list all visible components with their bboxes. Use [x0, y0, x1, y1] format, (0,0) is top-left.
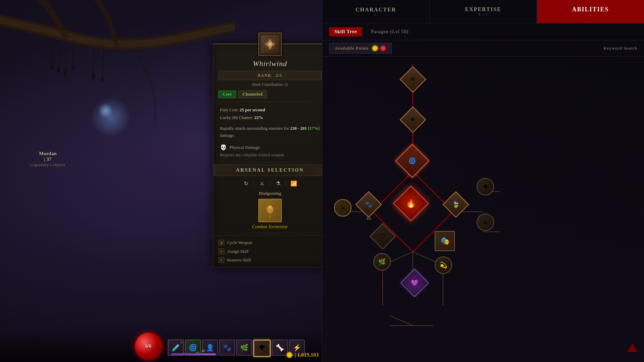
- nav-abilities-shortcut: A: [572, 13, 609, 17]
- nav-abilities[interactable]: ABILITIES A: [537, 0, 644, 23]
- sub-nav-paragon[interactable]: Paragon (Lvl 50): [366, 27, 414, 37]
- hotbar-slot-5[interactable]: 🦴: [272, 340, 288, 356]
- nav-character-shortcut: C: [356, 13, 396, 17]
- player-name: Mordan: [30, 151, 65, 157]
- slot5-icon: 🦴: [276, 344, 284, 352]
- node-frame-1: 👁: [399, 66, 426, 93]
- gold-coin-icon: [286, 352, 292, 358]
- weapon-name: Combat Tormentor: [213, 224, 327, 230]
- slot6-icon: ⚡: [293, 344, 301, 352]
- damage-type: Physical Damage: [229, 145, 260, 150]
- rank-label: RANK: [258, 73, 271, 78]
- action-remove-skill[interactable]: × Remove Skill: [218, 256, 322, 264]
- slot1-icon: 🌀: [189, 344, 197, 352]
- resource-bar-fill: [171, 353, 216, 355]
- skill-node-bear[interactable]: 🐾 3/3: [359, 195, 378, 214]
- right-panel: CHARACTER C EXPERTISE ⇧ + C ABILITIES A …: [322, 0, 644, 362]
- arsenal-icon-cycle[interactable]: ↻: [241, 179, 251, 188]
- node-frame-2: 👁: [399, 106, 426, 133]
- nav-character-label: CHARACTER: [356, 7, 396, 13]
- skill-node-bottom-purple[interactable]: 💜: [405, 273, 425, 293]
- rank-bar: RANK 2/5: [218, 71, 322, 80]
- tag-channeled: Channeled: [238, 90, 267, 98]
- player-level: | 37: [30, 157, 65, 162]
- svg-point-13: [269, 43, 271, 46]
- rank-current: 2: [276, 73, 278, 78]
- red-point: [380, 45, 386, 51]
- bottom-triangle-svg: [627, 344, 637, 352]
- skill-description: Rapidly attack surrounding enemies for 2…: [213, 124, 327, 142]
- weapon-card-icon: [262, 202, 278, 219]
- skill-tree-controls: Available Points Keyword Search: [322, 40, 644, 57]
- remove-skill-label: Remove Skill: [227, 257, 251, 263]
- skill-node-leaf[interactable]: 🍃: [446, 195, 465, 214]
- svg-point-19: [269, 206, 271, 207]
- node-inner-bottom-left: 🌿: [378, 258, 386, 265]
- weapon-type: Bludgeoning: [213, 191, 327, 196]
- skill-node-2[interactable]: 👁: [404, 110, 422, 129]
- player-class: Legendary Conjurer: [30, 162, 65, 168]
- hotbar-slot-active[interactable]: 🌪: [253, 340, 271, 357]
- skull-icon: 💀: [220, 144, 227, 150]
- bottom-indicator: [627, 344, 637, 353]
- remove-skill-icon: ×: [218, 257, 224, 263]
- health-orb: 6/6: [134, 332, 163, 360]
- node-inner-leaf: 🍃: [452, 201, 460, 208]
- physical-damage-section: 💀 Physical Damage: [213, 142, 327, 153]
- action-assign-skill[interactable]: + Assign Skill: [218, 247, 322, 256]
- node-inner-whirlwind: 🌀: [409, 157, 416, 165]
- character-info: Mordan | 37 Legendary Conjurer: [30, 151, 65, 168]
- skill-node-flame[interactable]: 🔥: [398, 191, 424, 216]
- slot2-icon: 👤: [206, 344, 214, 352]
- svg-rect-14: [269, 214, 271, 219]
- nav-expertise[interactable]: EXPERTISE ⇧ + C: [430, 0, 537, 23]
- nav-expertise-shortcut: ⇧ + C: [465, 12, 501, 17]
- skill-icon: [258, 33, 282, 56]
- arsenal-icon-signal[interactable]: 📶: [289, 179, 299, 188]
- hotbar-slot-4[interactable]: 🌿: [236, 340, 252, 356]
- svg-point-3: [57, 67, 60, 73]
- lucky-hit-value: 22%: [254, 115, 263, 120]
- divider-2: [218, 162, 322, 163]
- fury-cost-value: 25 per second: [240, 107, 265, 112]
- flask-count: 0: [181, 341, 182, 344]
- health-value: 6/6: [146, 344, 152, 349]
- nav-abilities-label: ABILITIES: [572, 6, 609, 13]
- top-nav: CHARACTER C EXPERTISE ⇧ + C ABILITIES A: [322, 0, 644, 23]
- arsenal-icon-sword[interactable]: ⚔: [257, 179, 267, 188]
- flask-icon: 🧪: [172, 344, 180, 352]
- node-circle-bottom-right: 💫: [435, 256, 452, 274]
- available-points-box: Available Points: [329, 43, 392, 54]
- weapon-card[interactable]: [258, 199, 282, 222]
- tooltip-actions: ⚔ Cycle Weapon + Assign Skill × Remove S…: [213, 235, 327, 267]
- node-count-bear: 3/3: [366, 217, 371, 221]
- skill-node-lower-left[interactable]: 🛡: [373, 227, 392, 246]
- skill-node-far-right-bot[interactable]: ☠: [477, 214, 494, 231]
- svg-line-0: [52, 44, 54, 64]
- skill-node-whirlwind[interactable]: 🌀: [400, 149, 424, 173]
- divider-3: [218, 233, 322, 233]
- svg-point-1: [50, 63, 54, 70]
- keyword-search[interactable]: Keyword Search: [603, 46, 637, 51]
- gold-amount: | 1,019,103: [294, 352, 319, 358]
- svg-line-6: [72, 43, 74, 65]
- skill-node-1[interactable]: 👁: [404, 70, 422, 89]
- slot-active-icon: 🌪: [258, 344, 266, 353]
- sub-nav-skill-tree[interactable]: Skill Tree: [329, 27, 362, 37]
- nav-character[interactable]: CHARACTER C: [322, 0, 430, 23]
- skill-node-bottom-right[interactable]: 💫: [435, 256, 452, 274]
- svg-line-8: [93, 46, 94, 74]
- node-inner-lower-right: 🎭: [440, 237, 449, 245]
- action-cycle-weapon[interactable]: ⚔ Cycle Weapon: [218, 238, 322, 247]
- node-inner-far-right-bot: ☠: [483, 219, 488, 226]
- skill-tooltip: Whirlwind RANK 2/5 (Item Contribution: 2…: [213, 44, 327, 267]
- skill-node-bottom-left[interactable]: 🌿: [373, 253, 391, 270]
- nav-expertise-label: EXPERTISE: [465, 6, 501, 12]
- skill-node-lower-right[interactable]: 🎭: [435, 231, 455, 251]
- player-character-glow: [99, 102, 112, 119]
- arsenal-icons-row[interactable]: ↻ | ⚔ | ⚗ | 📶: [213, 176, 327, 191]
- skill-node-far-left[interactable]: ⚔: [334, 199, 352, 217]
- node-inner-1: 👁: [410, 76, 416, 83]
- arsenal-icon-filter[interactable]: ⚗: [273, 179, 283, 188]
- skill-node-far-right-top[interactable]: ✚: [477, 178, 494, 195]
